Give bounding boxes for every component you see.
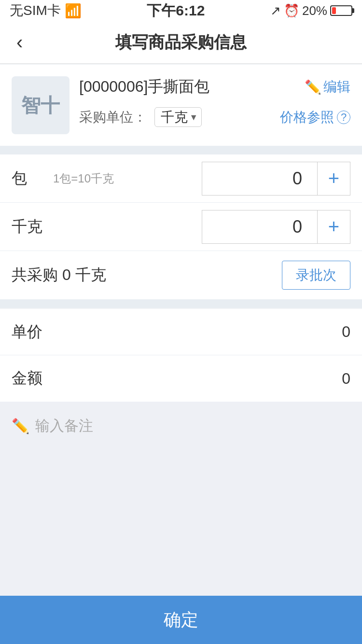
quantity-row-1: 千克 +: [0, 203, 362, 251]
pencil-icon: ✏️: [12, 418, 29, 434]
status-bar: 无SIM卡 📶 下午6:12 ↗ ⏰ 20%: [0, 0, 362, 21]
quantity-input-group-0: +: [202, 162, 350, 196]
quantity-input-1[interactable]: [202, 210, 318, 244]
status-left: 无SIM卡 📶: [10, 1, 82, 20]
price-label: 单价: [12, 322, 42, 343]
product-card: 智十 [0000006]手撕面包 ✏️ 编辑 采购单位： 千克 价格参照 ?: [0, 65, 362, 146]
batch-button[interactable]: 录批次: [282, 261, 350, 290]
product-title-row: [0000006]手撕面包 ✏️ 编辑: [79, 76, 350, 98]
quantity-sublabel-0: 1包=10千克: [53, 171, 114, 186]
quantity-plus-0[interactable]: +: [318, 162, 350, 196]
battery-percent: 20%: [302, 3, 327, 18]
amount-value: 0: [342, 370, 350, 388]
back-button[interactable]: ‹: [12, 27, 28, 58]
confirm-button[interactable]: 确定: [0, 596, 362, 644]
quantity-input-0[interactable]: [202, 162, 318, 196]
status-time: 下午6:12: [147, 1, 205, 21]
info-section: 单价 0 金额 0: [0, 309, 362, 402]
carrier-label: 无SIM卡: [10, 1, 61, 20]
product-name: [0000006]手撕面包: [79, 76, 209, 98]
product-image: 智十: [12, 76, 70, 134]
quantity-label-1: 千克: [12, 216, 50, 238]
notes-placeholder: 输入备注: [35, 416, 93, 436]
price-value: 0: [342, 323, 350, 341]
price-ref-label: 价格参照: [280, 108, 334, 126]
status-right: ↗ ⏰ 20%: [270, 3, 352, 18]
summary-text: 共采购 0 千克: [12, 265, 106, 286]
wifi-icon: 📶: [65, 3, 82, 19]
content-area: [0, 450, 362, 614]
quantity-input-group-1: +: [202, 210, 350, 244]
purchase-unit-row: 采购单位： 千克 价格参照 ?: [79, 107, 350, 127]
help-icon: ?: [337, 111, 350, 124]
nav-bar: ‹ 填写商品采购信息: [0, 21, 362, 64]
product-info: [0000006]手撕面包 ✏️ 编辑 采购单位： 千克 价格参照 ?: [79, 76, 350, 127]
notes-section[interactable]: ✏️ 输入备注: [0, 402, 362, 450]
summary-row: 共采购 0 千克 录批次: [0, 251, 362, 299]
price-row: 单价 0: [0, 309, 362, 355]
section-divider-1: [0, 146, 362, 154]
quantity-plus-1[interactable]: +: [318, 210, 350, 244]
input-section: 包 1包=10千克 + 千克 +: [0, 154, 362, 251]
section-divider-2: [0, 299, 362, 308]
location-icon: ↗: [270, 3, 281, 18]
quantity-label-0: 包: [12, 168, 50, 189]
battery-fill: [332, 7, 336, 14]
edit-label: 编辑: [323, 78, 350, 96]
battery-indicator: [330, 5, 352, 16]
unit-label: 采购单位：: [79, 108, 147, 126]
edit-icon: ✏️: [305, 79, 321, 95]
unit-select-wrapper[interactable]: 千克: [154, 107, 202, 127]
amount-label: 金额: [12, 368, 42, 389]
quantity-row-0: 包 1包=10千克 +: [0, 154, 362, 203]
unit-select[interactable]: 千克: [154, 107, 202, 127]
amount-row: 金额 0: [0, 355, 362, 402]
edit-button[interactable]: ✏️ 编辑: [305, 78, 350, 96]
price-reference-button[interactable]: 价格参照 ?: [280, 108, 350, 126]
alarm-icon: ⏰: [284, 3, 299, 18]
page-title: 填写商品采购信息: [115, 31, 247, 54]
